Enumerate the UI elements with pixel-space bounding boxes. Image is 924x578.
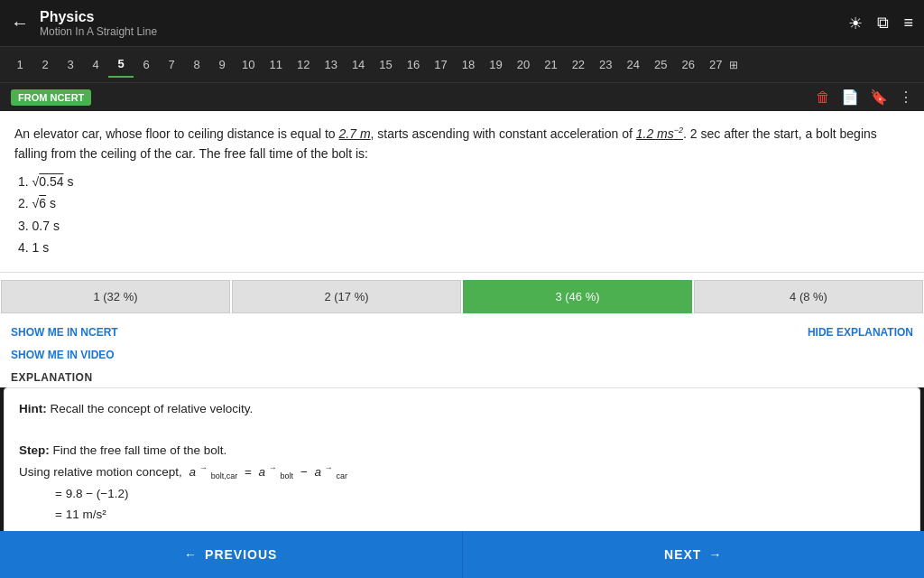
math-value: 2.7 m [339, 126, 371, 141]
question-num-5[interactable]: 5 [108, 51, 134, 78]
bookmark-icon[interactable]: 🔖 [870, 89, 888, 106]
question-num-10[interactable]: 10 [235, 52, 262, 77]
question-num-13[interactable]: 13 [317, 52, 344, 77]
question-num-4[interactable]: 4 [83, 52, 108, 77]
header-icons: ☀ ⧉ ≡ [848, 14, 913, 33]
calc-line2: = 11 m/s² [19, 505, 905, 526]
question-box: An elevator car, whose floor to ceiling … [0, 111, 924, 273]
bottom-nav: ← PREVIOUS NEXT → [0, 531, 924, 578]
question-num-15[interactable]: 15 [372, 52, 399, 77]
option-4: 4. 1 s [18, 238, 910, 257]
question-num-27[interactable]: 27 [702, 52, 729, 77]
show-video-row: SHOW ME IN VIDEO [0, 344, 924, 368]
option-list: 1. √0.54 s 2. √6 s 3. 0.7 s 4. 1 s [14, 172, 910, 258]
document-icon[interactable]: 📄 [841, 89, 859, 106]
answer-btn-4[interactable]: 4 (8 %) [694, 280, 923, 313]
question-num-16[interactable]: 16 [400, 52, 427, 77]
question-num-6[interactable]: 6 [134, 52, 159, 77]
next-arrow-icon: → [708, 547, 722, 562]
previous-button[interactable]: ← PREVIOUS [0, 531, 462, 578]
question-num-22[interactable]: 22 [565, 52, 592, 77]
math-acceleration: 1.2 ms−2 [636, 126, 683, 141]
question-num-24[interactable]: 24 [620, 52, 647, 77]
from-ncert-badge: FROM NCERT [11, 89, 91, 106]
show-ncert-button[interactable]: SHOW ME IN NCERT [11, 326, 118, 339]
app-subtitle: Motion In A Straight Line [40, 25, 848, 38]
links-row: SHOW ME IN NCERT HIDE EXPLANATION [0, 321, 924, 344]
calc-line1: = 9.8 − (−1.2) [19, 484, 905, 505]
question-num-7[interactable]: 7 [159, 52, 184, 77]
question-num-14[interactable]: 14 [345, 52, 372, 77]
hint-label: Hint: [19, 402, 47, 415]
explanation-header: EXPLANATION [0, 368, 924, 387]
hide-explanation-button[interactable]: HIDE EXPLANATION [808, 326, 913, 339]
question-num-12[interactable]: 12 [290, 52, 317, 77]
brightness-icon[interactable]: ☀ [848, 14, 863, 33]
step-text: Find the free fall time of the bolt. [50, 443, 227, 457]
answer-btn-2[interactable]: 2 (17 %) [232, 280, 461, 313]
formula-line: Using relative motion concept, a → bolt,… [19, 461, 905, 483]
hint-text: Recall the concept of relative velocity. [47, 402, 254, 415]
from-ncert-bar: FROM NCERT 🗑 📄 🔖 ⋮ [0, 83, 924, 111]
header-text: Physics Motion In A Straight Line [40, 9, 848, 38]
prev-arrow-icon: ← [184, 547, 198, 562]
question-num-8[interactable]: 8 [184, 52, 209, 77]
ncert-action-icons: 🗑 📄 🔖 ⋮ [816, 89, 913, 106]
answer-btn-3[interactable]: 3 (46 %) [463, 280, 692, 313]
question-nav: 1234567891011121314151617181920212223242… [0, 47, 924, 83]
app-header: ← Physics Motion In A Straight Line ☀ ⧉ … [0, 0, 924, 47]
app-title: Physics [40, 9, 848, 25]
back-button[interactable]: ← [11, 13, 29, 33]
hint-line: Hint: Recall the concept of relative vel… [19, 399, 905, 420]
question-num-11[interactable]: 11 [262, 52, 289, 77]
formula-intro: Using relative motion concept, [19, 465, 182, 479]
next-button[interactable]: NEXT → [463, 531, 925, 578]
menu-icon[interactable]: ≡ [903, 14, 913, 33]
delete-icon[interactable]: 🗑 [816, 89, 830, 106]
question-num-21[interactable]: 21 [537, 52, 564, 77]
question-num-23[interactable]: 23 [592, 52, 619, 77]
question-num-9[interactable]: 9 [209, 52, 235, 77]
question-num-3[interactable]: 3 [58, 52, 83, 77]
formula-main: a → bolt,car = a → bolt − a → car [189, 465, 347, 479]
question-num-18[interactable]: 18 [455, 52, 482, 77]
step-line: Step: Find the free fall time of the bol… [19, 441, 905, 461]
option-1: 1. √0.54 s [18, 172, 910, 191]
show-video-button[interactable]: SHOW ME IN VIDEO [11, 349, 115, 361]
question-num-2[interactable]: 2 [32, 52, 58, 77]
answer-row: 1 (32 %)2 (17 %)3 (46 %)4 (8 %) [0, 273, 924, 321]
question-text: An elevator car, whose floor to ceiling … [14, 124, 910, 164]
question-num-20[interactable]: 20 [510, 52, 537, 77]
option-2: 2. √6 s [18, 193, 910, 213]
prev-label: PREVIOUS [205, 547, 277, 562]
question-grid-icon[interactable]: ⊞ [729, 59, 738, 71]
question-num-1[interactable]: 1 [7, 52, 32, 77]
more-options-icon[interactable]: ⋮ [899, 89, 913, 106]
step-label: Step: [19, 443, 50, 457]
question-num-25[interactable]: 25 [647, 52, 674, 77]
next-label: NEXT [664, 547, 701, 562]
question-num-26[interactable]: 26 [675, 52, 702, 77]
answer-btn-1[interactable]: 1 (32 %) [1, 280, 230, 313]
question-num-17[interactable]: 17 [427, 52, 454, 77]
option-3: 3. 0.7 s [18, 216, 910, 236]
question-num-19[interactable]: 19 [482, 52, 509, 77]
copy-icon[interactable]: ⧉ [877, 14, 889, 33]
